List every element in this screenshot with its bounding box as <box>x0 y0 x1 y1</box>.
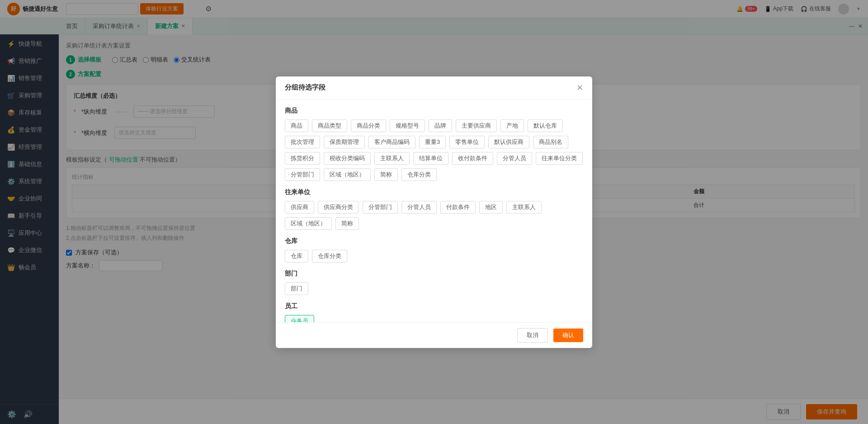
field-group-employee: 员工 业务员 <box>285 302 583 322</box>
chip-default-warehouse[interactable]: 默认仓库 <box>528 119 563 132</box>
field-group-partner: 往来单位 供应商 供应商分类 分管部门 分管人员 付款条件 地区 主联系人 区域… <box>285 188 583 230</box>
chip-dept[interactable]: 部门 <box>285 282 308 295</box>
chip-warehouse-category[interactable]: 仓库分类 <box>312 250 347 262</box>
chip-partner-dept[interactable]: 分管部门 <box>363 201 398 214</box>
chip-short-name[interactable]: 简称 <box>374 168 398 181</box>
chip-expiry-mgmt[interactable]: 保质期管理 <box>324 136 365 148</box>
group-title-product: 商品 <box>285 107 583 115</box>
chip-main-contact2[interactable]: 主联系人 <box>506 201 542 214</box>
chip-product[interactable]: 商品 <box>285 119 308 132</box>
group-title-dept: 部门 <box>285 270 583 278</box>
chip-region2[interactable]: 区域（地区） <box>285 217 332 230</box>
group-title-employee: 员工 <box>285 302 583 310</box>
modal-title: 分组待选字段 <box>285 83 326 92</box>
chip-brand[interactable]: 品牌 <box>429 119 452 132</box>
warehouse-chips: 仓库 仓库分类 <box>285 250 583 262</box>
chip-partner-mgr[interactable]: 分管人员 <box>401 201 437 214</box>
chip-manager[interactable]: 分管人员 <box>497 152 532 165</box>
modal-footer: 取消 确认 <box>276 322 592 348</box>
chip-default-supplier[interactable]: 默认供应商 <box>488 136 529 148</box>
chip-product-alias[interactable]: 商品别名 <box>533 136 568 148</box>
modal-body: 商品 商品 商品类型 商品分类 规格型号 品牌 主要供应商 产地 默认仓库 批次… <box>276 100 592 322</box>
partner-chips: 供应商 供应商分类 分管部门 分管人员 付款条件 地区 主联系人 区域（地区） … <box>285 201 583 230</box>
chip-warehouse[interactable]: 仓库 <box>285 250 308 262</box>
dept-chips: 部门 <box>285 282 583 295</box>
chip-main-contact[interactable]: 主联系人 <box>374 152 410 165</box>
chip-settlement-unit[interactable]: 结算单位 <box>413 152 448 165</box>
modal-confirm-btn[interactable]: 确认 <box>553 329 583 342</box>
chip-supplier[interactable]: 供应商 <box>285 201 314 214</box>
chip-main-supplier[interactable]: 主要供应商 <box>456 119 497 132</box>
chip-product-type[interactable]: 商品类型 <box>312 119 347 132</box>
group-title-warehouse: 仓库 <box>285 237 583 245</box>
chip-mgmt-dept[interactable]: 分管部门 <box>285 168 320 181</box>
chip-unit-type-class[interactable]: 往来单位分类 <box>536 152 583 165</box>
chip-customer-product-code[interactable]: 客户商品编码 <box>368 136 415 148</box>
chip-spec-model[interactable]: 规格型号 <box>390 119 425 132</box>
employee-chips: 业务员 <box>285 315 583 322</box>
field-group-dept: 部门 部门 <box>285 270 583 295</box>
chip-warehouse-cat[interactable]: 仓库分类 <box>401 168 437 181</box>
chip-weight3[interactable]: 重量3 <box>419 136 446 148</box>
chip-supplier-cat[interactable]: 供应商分类 <box>318 201 359 214</box>
chip-retail-unit[interactable]: 零售单位 <box>449 136 485 148</box>
field-group-product: 商品 商品 商品类型 商品分类 规格型号 品牌 主要供应商 产地 默认仓库 批次… <box>285 107 583 181</box>
chip-batch-mgmt[interactable]: 批次管理 <box>285 136 320 148</box>
chip-salesperson[interactable]: 业务员 <box>285 315 314 322</box>
chip-product-category[interactable]: 商品分类 <box>351 119 386 132</box>
modal-close-btn[interactable]: ✕ <box>576 83 583 93</box>
field-select-modal: 分组待选字段 ✕ 商品 商品 商品类型 商品分类 规格型号 品牌 主要供应商 产… <box>276 76 592 348</box>
chip-origin[interactable]: 产地 <box>500 119 524 132</box>
modal-cancel-btn[interactable]: 取消 <box>517 328 548 343</box>
modal-header: 分组待选字段 ✕ <box>276 76 592 100</box>
chip-area[interactable]: 地区 <box>479 201 503 214</box>
product-chips: 商品 商品类型 商品分类 规格型号 品牌 主要供应商 产地 默认仓库 批次管理 … <box>285 119 583 181</box>
chip-region[interactable]: 区域（地区） <box>324 168 371 181</box>
group-title-partner: 往来单位 <box>285 188 583 196</box>
chip-short-name2[interactable]: 简称 <box>335 217 359 230</box>
chip-payment-terms[interactable]: 收付款条件 <box>452 152 493 165</box>
chip-payment-cond[interactable]: 付款条件 <box>440 201 476 214</box>
field-group-warehouse: 仓库 仓库 仓库分类 <box>285 237 583 262</box>
chip-tax-code[interactable]: 税收分类编码 <box>324 152 371 165</box>
chip-pick-points[interactable]: 拣货积分 <box>285 152 320 165</box>
